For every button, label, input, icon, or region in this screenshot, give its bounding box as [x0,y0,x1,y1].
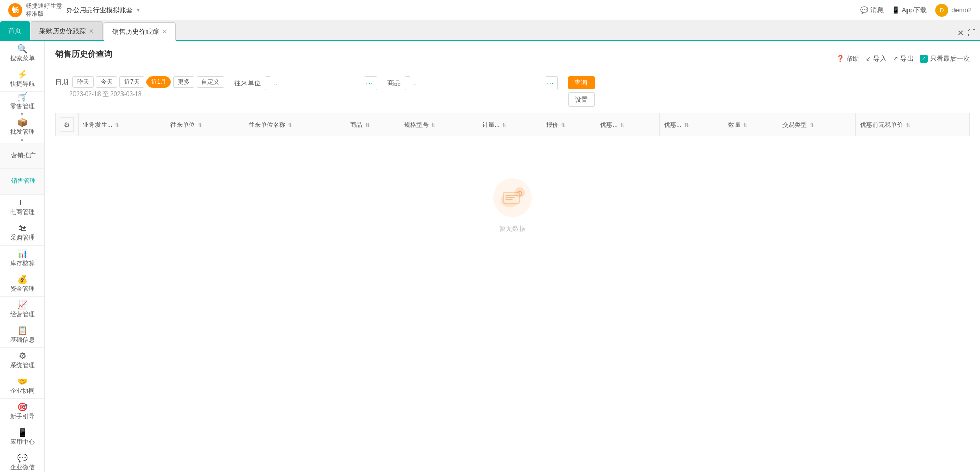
enterprise-icon: 🤝 [17,376,28,386]
tab-purchase-history[interactable]: 采购历史价跟踪 ✕ [31,21,103,40]
close-sales-tab-icon[interactable]: ✕ [162,28,167,35]
data-table: ⚙ 业务发生... ⇅ 往来单位 ⇅ 往来单位名称 [55,113,970,136]
sort-partner-code-icon: ⇅ [198,122,202,128]
sidebar-item-inventory[interactable]: 📊 库存核算 [0,246,44,271]
date-filter-group: 日期 昨天 今天 近7天 近1月 更多 自定义 2023-02-18 至 202… [55,76,224,99]
sort-quoted-price-icon: ⇅ [561,122,565,128]
query-button[interactable]: 查询 [568,76,595,89]
import-button[interactable]: ↙ 导入 [866,54,887,63]
sidebar-item-operations[interactable]: 📈 经营管理 [0,297,44,322]
close-purchase-tab-icon[interactable]: ✕ [89,28,94,35]
date-btn-custom[interactable]: 自定义 [197,76,224,88]
avatar: D [935,4,948,17]
sidebar-item-finance[interactable]: 💰 资金管理 [0,271,44,297]
tab-bar-right: ✕ ⛶ [957,28,980,40]
th-partner-name[interactable]: 往来单位名称 ⇅ [244,113,346,136]
help-icon: ❓ [836,55,844,62]
th-trade-type[interactable]: 交易类型 ⇅ [778,113,856,136]
partner-input[interactable] [270,76,366,90]
industry-selector[interactable]: 办公用品行业模拟账套 ▼ [66,6,141,15]
wholesale-expand-icon: ▲ [20,137,25,143]
date-btn-today[interactable]: 今天 [96,76,117,88]
table-settings-btn[interactable]: ⚙ [60,117,74,132]
header-actions: ❓ 帮助 ↙ 导入 ↗ 导出 ✓ 只看最后一次 [836,54,970,63]
wechat-icon: 💬 [17,453,28,463]
sort-trade-type-icon: ⇅ [810,122,814,128]
product-input-wrapper[interactable]: ··· [405,76,558,90]
date-btn-more[interactable]: 更多 [173,76,194,88]
sidebar-item-basic-info[interactable]: 📋 基础信息 [0,322,44,348]
th-discount1[interactable]: 优惠... ⇅ [596,113,659,136]
th-spec[interactable]: 规格型号 ⇅ [400,113,478,136]
tab-home[interactable]: 首页 [0,21,30,40]
table-container: ⚙ 业务发生... ⇅ 往来单位 ⇅ 往来单位名称 [55,113,970,274]
sidebar-item-sales-mgmt[interactable]: 销售管理 [0,169,44,194]
th-unit[interactable]: 计量... ⇅ [478,113,542,136]
sidebar-item-enterprise[interactable]: 🤝 企业协同 [0,373,44,399]
finance-icon: 💰 [17,274,28,284]
sidebar-item-system[interactable]: ⚙ 系统管理 [0,348,44,373]
th-quantity[interactable]: 数量 ⇅ [724,113,778,136]
new-guide-icon: 🎯 [17,402,28,412]
th-quoted-price[interactable]: 报价 ⇅ [542,113,596,136]
export-icon: ↗ [893,55,898,62]
help-button[interactable]: ❓ 帮助 [836,54,860,63]
sidebar-item-app-center[interactable]: 📱 应用中心 [0,424,44,450]
th-pre-tax-price[interactable]: 优惠前无税单价 ⇅ [856,113,970,136]
sidebar-item-purchase[interactable]: 🛍 采购管理 [0,220,44,246]
sidebar-item-new-guide[interactable]: 🎯 新手引导 [0,399,44,424]
svg-point-7 [514,187,525,198]
maximize-icon[interactable]: ⛶ [968,29,976,38]
sort-biz-date-icon: ⇅ [115,122,119,128]
app-center-icon: 📱 [17,428,28,437]
content-area: 销售历史价查询 ❓ 帮助 ↙ 导入 ↗ 导出 ✓ [45,41,980,472]
top-bar-left: 畅 畅捷通好生意 标准版 办公用品行业模拟账套 ▼ [8,2,141,18]
product-input[interactable] [409,76,547,90]
user-info[interactable]: D demo2 [935,4,972,17]
quick-nav-icon: ⚡ [17,69,28,79]
tab-sales-history[interactable]: 销售历史价跟踪 ✕ [104,22,176,41]
top-bar-right: 💬 消息 📱 App下载 D demo2 [860,4,972,17]
main-layout: 🔍 搜索菜单 ⚡ 快捷导航 🛒 零售管理 ▼ 📦 批发管理 ▲ 营销推广 销售管… [0,41,980,472]
sidebar-item-quick-nav[interactable]: ⚡ 快捷导航 [0,66,44,92]
settings-button[interactable]: 设置 [568,92,595,107]
app-logo-icon: 畅 [8,3,22,17]
retail-icon: 🛒 [17,92,28,102]
close-all-tabs-icon[interactable]: ✕ [957,28,964,38]
date-btn-1month[interactable]: 近1月 [146,76,172,88]
date-btn-yesterday[interactable]: 昨天 [72,76,94,88]
action-btn-group: 查询 设置 [568,76,595,107]
th-product[interactable]: 商品 ⇅ [346,113,400,136]
tab-bar: 首页 采购历史价跟踪 ✕ 销售历史价跟踪 ✕ ✕ ⛶ [0,20,980,41]
sort-discount2-icon: ⇅ [684,122,689,128]
partner-search-icon[interactable]: ··· [366,79,373,88]
system-icon: ⚙ [19,351,26,361]
sidebar-item-retail[interactable]: 🛒 零售管理 ▼ [0,92,44,117]
only-last-checkbox[interactable]: ✓ 只看最后一次 [920,54,970,63]
th-biz-date[interactable]: 业务发生... ⇅ [79,113,166,136]
sidebar-item-wholesale[interactable]: 📦 批发管理 ▲ [0,117,44,143]
th-discount2[interactable]: 优惠... ⇅ [660,113,724,136]
ecommerce-icon: 🖥 [18,198,27,207]
sidebar-item-wechat[interactable]: 💬 企业微信 [0,450,44,472]
sidebar-item-ecommerce[interactable]: 🖥 电商管理 [0,195,44,220]
product-search-icon[interactable]: ··· [547,79,553,88]
basic-info-icon: 📋 [17,325,28,335]
partner-input-wrapper[interactable]: ··· [265,76,377,90]
message-button[interactable]: 💬 消息 [860,6,884,15]
logo-text: 畅捷通好生意 标准版 [26,2,62,18]
export-button[interactable]: ↗ 导出 [893,54,914,63]
wholesale-icon: 📦 [17,117,28,127]
partner-filter-label: 往来单位 [234,79,261,88]
empty-icon [492,177,533,218]
sort-partner-name-icon: ⇅ [288,122,292,128]
table-header: ⚙ 业务发生... ⇅ 往来单位 ⇅ 往来单位名称 [56,113,970,136]
app-download-button[interactable]: 📱 App下载 [892,6,927,15]
sidebar-item-search-menu[interactable]: 🔍 搜索菜单 [0,41,44,66]
download-icon: 📱 [892,6,900,14]
date-filter-label: 日期 [55,78,68,87]
sidebar-item-marketing[interactable]: 营销推广 [0,143,44,169]
inventory-icon: 📊 [17,249,28,258]
date-btn-7days[interactable]: 近7天 [119,76,144,88]
th-partner-code[interactable]: 往来单位 ⇅ [166,113,244,136]
